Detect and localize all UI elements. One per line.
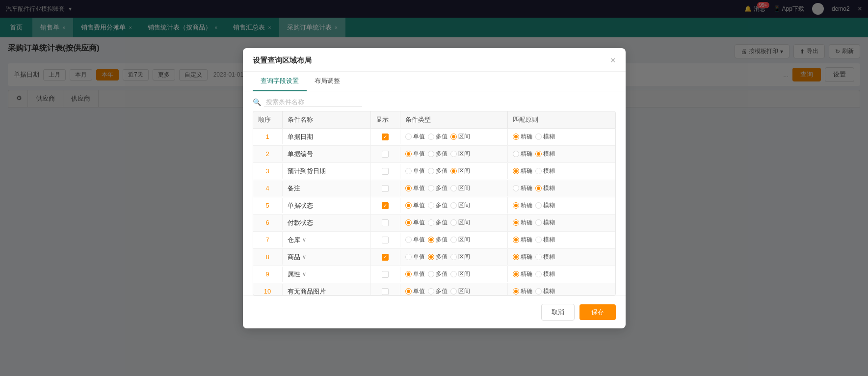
radio-match-item[interactable]: 精确 — [513, 133, 532, 141]
cell-display[interactable] — [371, 233, 400, 247]
radio-type-btn[interactable] — [428, 288, 434, 295]
radio-type-btn[interactable] — [428, 202, 434, 209]
radio-match-item[interactable]: 模糊 — [535, 253, 555, 261]
display-checkbox[interactable] — [382, 237, 389, 243]
radio-type-item[interactable]: 单值 — [405, 184, 425, 192]
cell-display[interactable] — [371, 284, 400, 295]
radio-match-item[interactable]: 精确 — [513, 184, 532, 192]
radio-type-item[interactable]: 单值 — [405, 218, 425, 227]
radio-type-btn[interactable] — [450, 185, 457, 191]
display-checkbox[interactable] — [382, 134, 389, 140]
radio-type-btn[interactable] — [428, 151, 434, 157]
radio-type-btn[interactable] — [428, 219, 434, 226]
radio-type-btn[interactable] — [405, 254, 412, 260]
radio-match-btn[interactable] — [513, 237, 519, 243]
expand-icon[interactable]: ∨ — [302, 237, 306, 243]
radio-match-btn[interactable] — [513, 219, 519, 226]
radio-type-btn[interactable] — [450, 237, 457, 243]
radio-type-btn[interactable] — [405, 237, 412, 243]
radio-type-item[interactable]: 多值 — [428, 150, 447, 158]
radio-match-btn[interactable] — [513, 151, 519, 157]
radio-type-item[interactable]: 区间 — [450, 236, 470, 244]
display-checkbox[interactable] — [382, 202, 389, 209]
radio-type-item[interactable]: 单值 — [405, 167, 425, 175]
display-checkbox[interactable] — [382, 151, 389, 158]
radio-type-item[interactable]: 区间 — [450, 150, 470, 158]
search-input[interactable] — [264, 97, 362, 107]
tab-query-fields[interactable]: 查询字段设置 — [253, 72, 307, 91]
radio-match-item[interactable]: 精确 — [513, 236, 532, 244]
radio-match-btn[interactable] — [535, 202, 542, 209]
cell-display[interactable] — [371, 130, 400, 144]
radio-type-btn[interactable] — [405, 134, 412, 140]
radio-match-btn[interactable] — [513, 254, 519, 260]
radio-type-btn[interactable] — [450, 219, 457, 226]
save-button[interactable]: 保存 — [579, 304, 616, 320]
radio-match-btn[interactable] — [513, 288, 519, 295]
radio-match-btn[interactable] — [535, 237, 542, 243]
radio-type-item[interactable]: 多值 — [428, 236, 447, 244]
radio-type-item[interactable]: 多值 — [428, 287, 447, 295]
radio-type-btn[interactable] — [450, 254, 457, 260]
cell-display[interactable] — [371, 215, 400, 230]
radio-type-btn[interactable] — [450, 271, 457, 277]
radio-match-btn[interactable] — [535, 288, 542, 295]
radio-type-item[interactable]: 区间 — [450, 167, 470, 175]
radio-match-item[interactable]: 模糊 — [535, 287, 555, 295]
radio-type-item[interactable]: 单值 — [405, 150, 425, 158]
radio-match-btn[interactable] — [513, 185, 519, 191]
cancel-button[interactable]: 取消 — [541, 304, 575, 321]
cell-display[interactable] — [371, 147, 400, 161]
radio-match-item[interactable]: 精确 — [513, 218, 532, 227]
radio-match-btn[interactable] — [513, 271, 519, 277]
radio-type-item[interactable]: 单值 — [405, 287, 425, 295]
radio-match-item[interactable]: 模糊 — [535, 167, 555, 175]
radio-type-item[interactable]: 多值 — [428, 133, 447, 141]
radio-match-item[interactable]: 精确 — [513, 287, 532, 295]
radio-type-item[interactable]: 单值 — [405, 201, 425, 210]
cell-display[interactable] — [371, 267, 400, 282]
radio-match-btn[interactable] — [535, 134, 542, 140]
radio-match-item[interactable]: 模糊 — [535, 218, 555, 227]
radio-type-btn[interactable] — [428, 134, 434, 140]
radio-match-item[interactable]: 模糊 — [535, 184, 555, 192]
radio-match-item[interactable]: 模糊 — [535, 150, 555, 158]
display-checkbox[interactable] — [382, 254, 389, 261]
radio-type-item[interactable]: 区间 — [450, 287, 470, 295]
radio-match-btn[interactable] — [535, 185, 542, 191]
radio-type-btn[interactable] — [450, 151, 457, 157]
display-checkbox[interactable] — [382, 219, 389, 226]
radio-type-btn[interactable] — [450, 134, 457, 140]
radio-match-btn[interactable] — [513, 134, 519, 140]
radio-type-btn[interactable] — [428, 271, 434, 277]
radio-type-btn[interactable] — [405, 168, 412, 174]
radio-type-item[interactable]: 区间 — [450, 253, 470, 261]
radio-type-btn[interactable] — [450, 168, 457, 174]
expand-icon[interactable]: ∨ — [302, 254, 306, 260]
radio-match-btn[interactable] — [535, 168, 542, 174]
radio-match-btn[interactable] — [513, 168, 519, 174]
radio-type-item[interactable]: 多值 — [428, 201, 447, 210]
radio-type-btn[interactable] — [405, 271, 412, 277]
radio-match-btn[interactable] — [535, 151, 542, 157]
radio-type-btn[interactable] — [405, 219, 412, 226]
radio-type-item[interactable]: 区间 — [450, 133, 470, 141]
radio-match-item[interactable]: 精确 — [513, 270, 532, 278]
radio-type-item[interactable]: 多值 — [428, 167, 447, 175]
radio-match-item[interactable]: 精确 — [513, 167, 532, 175]
dialog-close-button[interactable]: × — [610, 56, 616, 65]
radio-type-item[interactable]: 多值 — [428, 270, 447, 278]
radio-type-item[interactable]: 单值 — [405, 270, 425, 278]
radio-type-item[interactable]: 多值 — [428, 218, 447, 227]
cell-display[interactable] — [371, 181, 400, 196]
radio-type-item[interactable]: 单值 — [405, 253, 425, 261]
display-checkbox[interactable] — [382, 185, 389, 192]
radio-match-btn[interactable] — [513, 202, 519, 209]
radio-type-btn[interactable] — [405, 288, 412, 295]
radio-type-item[interactable]: 区间 — [450, 201, 470, 210]
display-checkbox[interactable] — [382, 288, 389, 295]
radio-match-btn[interactable] — [535, 254, 542, 260]
radio-match-item[interactable]: 精确 — [513, 253, 532, 261]
radio-type-btn[interactable] — [428, 237, 434, 243]
radio-type-item[interactable]: 区间 — [450, 218, 470, 227]
